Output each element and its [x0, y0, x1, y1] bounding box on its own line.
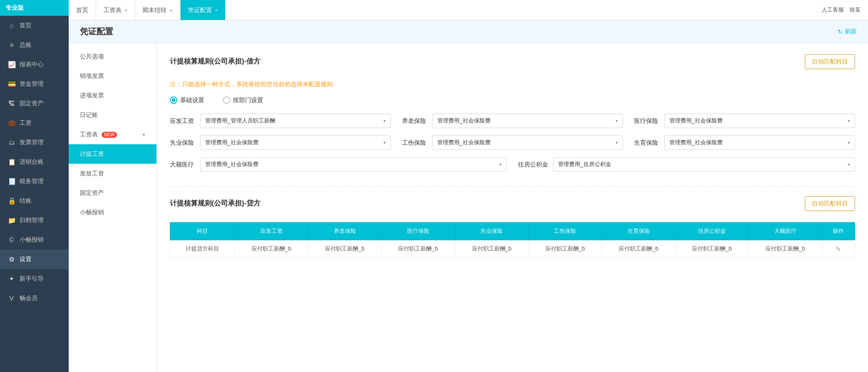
credit-auto-match-button[interactable]: 自动匹配科目 — [805, 196, 855, 211]
td-gongshang: 应付职工薪酬_b — [528, 240, 602, 258]
invoice-icon: 🗂 — [7, 139, 16, 146]
table-row: 计提贷方科目 应付职工薪酬_b 应付职工薪酬_b 应付职工薪酬_b 应付职工薪酬… — [170, 240, 855, 258]
ledger-icon: ≡ — [7, 41, 16, 49]
topbar-right: 人工客服 徐某 — [822, 6, 868, 14]
page-header: 凭证配置 ↻ 刷新 — [69, 20, 868, 43]
td-daeyliao: 应付职工薪酬_b — [749, 240, 822, 258]
debit-auto-match-button[interactable]: 自动匹配科目 — [805, 54, 855, 69]
reports-icon: 📈 — [7, 61, 16, 68]
label-yiliao: 医疗保险 — [634, 117, 660, 125]
tab-payroll[interactable]: 工资表 × — [96, 0, 135, 20]
form-item-zhufang: 住房公积金 管理费用_住房公积金 ▾ — [518, 157, 855, 172]
credit-section-title: 计提核算规则(公司承担)-贷方 — [170, 199, 260, 208]
sidebar-item-xiaochang-expense[interactable]: © 小畅报销 — [0, 230, 69, 250]
sidebar-item-archive[interactable]: 📁 归档管理 — [0, 211, 69, 230]
refresh-icon: ↻ — [838, 28, 843, 35]
label-yingfa: 应发工资 — [170, 117, 195, 125]
tab-home[interactable]: 首页 — [69, 0, 96, 20]
tab-payroll-close[interactable]: × — [124, 7, 127, 13]
chevron-down-icon: ▾ — [848, 162, 850, 167]
credit-section: 计提核算规则(公司承担)-贷方 自动匹配科目 科目 应发工资 养老保险 医疗保险… — [170, 196, 855, 258]
radio-dept-circle — [223, 96, 230, 104]
select-yingfa[interactable]: 管理费用_管理人员职工薪酬 ▾ — [200, 114, 391, 128]
settings-icon: ⚙ — [7, 256, 16, 263]
radio-basic-setup[interactable]: 基础设置 — [170, 96, 204, 104]
form-item-yanglao: 养老保险 管理费用_社会保险费 ▾ — [402, 114, 623, 128]
label-shengyu: 生育保险 — [634, 139, 660, 147]
tab-period-close[interactable]: 期末结转 × — [135, 0, 180, 20]
tab-period-close-close[interactable]: × — [169, 7, 172, 13]
label-shiye: 失业保险 — [170, 139, 195, 147]
refresh-button[interactable]: ↻ 刷新 — [838, 27, 857, 36]
sidebar-item-settings[interactable]: ⚙ 设置 — [0, 250, 69, 269]
select-zhufang[interactable]: 管理费用_住房公积金 ▾ — [553, 157, 855, 172]
home-icon: ⌂ — [7, 22, 16, 29]
tab-voucher-config-close[interactable]: × — [215, 7, 218, 13]
sidebar-item-sales-ledger[interactable]: 📋 进销台账 — [0, 152, 69, 172]
left-menu-item-purchase-invoice[interactable]: 进项发票 — [69, 86, 156, 105]
label-gongshang: 工伤保险 — [402, 139, 428, 147]
topbar: 首页 工资表 × 期末结转 × 凭证配置 × 人工客服 徐某 — [69, 0, 868, 20]
tab-voucher-config[interactable]: 凭证配置 × — [181, 0, 226, 20]
td-zhufang: 应付职工薪酬_b — [675, 240, 749, 258]
select-yiliao[interactable]: 管理费用_社会保险费 ▾ — [664, 114, 855, 128]
left-menu-item-xiaochang[interactable]: 小畅报销 — [69, 203, 156, 222]
sidebar-item-ledger[interactable]: ≡ 总账 — [0, 35, 69, 55]
chevron-down-icon: ▾ — [615, 118, 618, 123]
chevron-down-icon: ▾ — [383, 140, 386, 145]
content-layout: 公共选项 销项发票 进项发票 日记账 工资表 NEW ▾ 计提工资 — [69, 43, 868, 372]
form-item-yingfa: 应发工资 管理费用_管理人员职工薪酬 ▾ — [170, 114, 391, 128]
label-yanglao: 养老保险 — [402, 117, 428, 125]
sidebar-item-vip[interactable]: V 畅会员 — [0, 289, 69, 308]
left-menu-item-sales-invoice[interactable]: 销项发票 — [69, 66, 156, 86]
sidebar-item-payroll[interactable]: 💼 工资 — [0, 113, 69, 133]
fixed-assets-icon: 🏗 — [7, 100, 16, 107]
new-badge: NEW — [102, 132, 117, 138]
left-menu-item-issue-payroll[interactable]: 发放工资 — [69, 164, 156, 183]
th-zhufang: 住房公积金 — [675, 223, 749, 240]
select-gongshang[interactable]: 管理费用_社会保险费 ▾ — [432, 135, 623, 150]
left-menu-item-public[interactable]: 公共选项 — [69, 47, 156, 66]
guide-icon: ✦ — [7, 275, 16, 282]
form-item-gongshang: 工伤保险 管理费用_社会保险费 ▾ — [402, 135, 623, 150]
left-menu: 公共选项 销项发票 进项发票 日记账 工资表 NEW ▾ 计提工资 — [69, 43, 157, 372]
sidebar-item-funds[interactable]: 💳 资金管理 — [0, 74, 69, 94]
sidebar-item-invoice[interactable]: 🗂 发票管理 — [0, 133, 69, 152]
form-item-daeyliao: 大额医疗 管理费用_社会保险费 ▾ — [170, 157, 507, 172]
select-shengyu[interactable]: 管理费用_社会保险费 ▾ — [664, 135, 855, 150]
debit-section: 计提核算规则(公司承担)-借方 自动匹配科目 注：只能选择一种方式，系统将按照您… — [170, 54, 855, 172]
debit-form-grid: 应发工资 管理费用_管理人员职工薪酬 ▾ 养老保险 管理费用_社会保险费 ▾ — [170, 114, 855, 150]
page-title: 凭证配置 — [80, 26, 113, 37]
chevron-down-icon: ▾ — [848, 118, 850, 123]
debit-section-header: 计提核算规则(公司承担)-借方 自动匹配科目 — [170, 54, 855, 74]
sidebar-item-fixed-assets[interactable]: 🏗 固定资产 — [0, 94, 69, 113]
debit-form-row-2: 大额医疗 管理费用_社会保险费 ▾ 住房公积金 管理费用_住房公积金 ▾ — [170, 157, 855, 172]
form-item-shengyu: 生育保险 管理费用_社会保险费 ▾ — [634, 135, 855, 150]
archive-icon: 📁 — [7, 217, 16, 224]
select-daeyliao[interactable]: 管理费用_社会保险费 ▾ — [200, 157, 507, 172]
sidebar-item-closing[interactable]: 🔒 结账 — [0, 191, 69, 211]
select-yanglao[interactable]: 管理费用_社会保险费 ▾ — [432, 114, 623, 128]
form-item-yiliao: 医疗保险 管理费用_社会保险费 ▾ — [634, 114, 855, 128]
td-subject: 计提贷方科目 — [170, 240, 235, 258]
th-subject: 科目 — [170, 223, 235, 240]
sidebar-item-tax[interactable]: 🧾 税务管理 — [0, 172, 69, 191]
radio-dept-setup[interactable]: 按部门设置 — [223, 96, 263, 104]
sidebar-item-reports[interactable]: 📈 报表中心 — [0, 55, 69, 74]
sidebar-item-home[interactable]: ⌂ 首页 — [0, 16, 69, 35]
edit-icon[interactable]: ✎ — [836, 245, 841, 253]
select-shiye[interactable]: 管理费用_社会保险费 ▾ — [200, 135, 391, 150]
chevron-down-icon: ▾ — [383, 118, 386, 123]
th-yiliao: 医疗保险 — [382, 223, 455, 240]
credit-table: 科目 应发工资 养老保险 医疗保险 失业保险 工伤保险 生育保险 住房公积金 大… — [170, 222, 855, 258]
td-shengyu: 应付职工薪酬_b — [602, 240, 675, 258]
sidebar-item-guide[interactable]: ✦ 新手引导 — [0, 269, 69, 289]
radio-row: 基础设置 按部门设置 — [170, 96, 855, 104]
right-content: 计提核算规则(公司承担)-借方 自动匹配科目 注：只能选择一种方式，系统将按照您… — [157, 43, 868, 372]
td-action[interactable]: ✎ — [822, 240, 855, 258]
left-menu-item-fixed-assets-menu[interactable]: 固定资产 — [69, 183, 156, 203]
left-menu-item-journal[interactable]: 日记账 — [69, 105, 156, 125]
left-menu-item-calc-payroll[interactable]: 计提工资 — [69, 144, 156, 164]
td-yanglao: 应付职工薪酬_b — [308, 240, 382, 258]
left-menu-item-payroll-table[interactable]: 工资表 NEW ▾ — [69, 125, 156, 144]
